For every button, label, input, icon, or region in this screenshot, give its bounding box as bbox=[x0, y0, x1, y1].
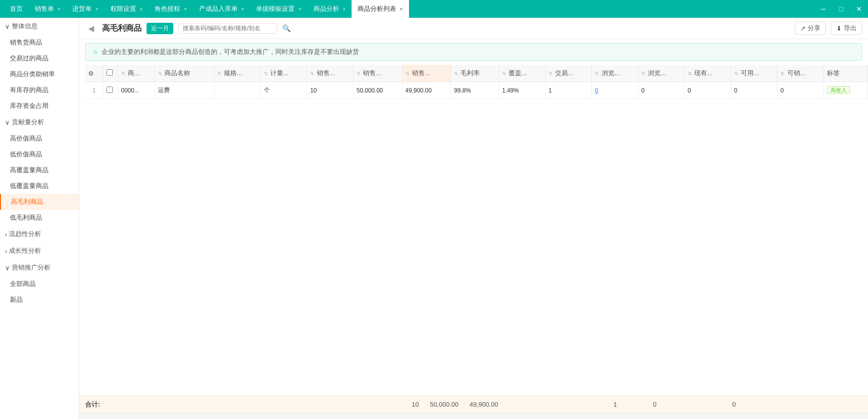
share-button[interactable]: ↗ 分享 bbox=[795, 22, 826, 35]
chevron-down-icon: ∨ bbox=[5, 119, 10, 126]
col-sellable[interactable]: ⇅ 可销... bbox=[777, 65, 824, 82]
row-sales-amount: 50,000.00 bbox=[354, 82, 402, 99]
nav-home[interactable]: 首页 bbox=[4, 0, 29, 18]
nav-close-icon[interactable]: × bbox=[400, 6, 403, 12]
col-unit[interactable]: ⇅ 计量... bbox=[260, 65, 307, 82]
nav-close-icon[interactable]: × bbox=[241, 6, 244, 12]
window-controls: ─ □ ✕ bbox=[815, 0, 868, 18]
table-container[interactable]: ⚙ ⇅ 商... ⇅ 商品名称 bbox=[79, 65, 868, 395]
sidebar-item-sales-goods[interactable]: 销售货商品 bbox=[0, 35, 79, 50]
nav-template-settings[interactable]: 单据模板设置 × bbox=[250, 0, 307, 18]
sidebar-item-traded-goods[interactable]: 交易过的商品 bbox=[0, 50, 79, 66]
sidebar-group-marketing[interactable]: ∨ 营销推广分析 bbox=[0, 259, 79, 276]
col-code[interactable]: ⇅ 商... bbox=[118, 65, 154, 82]
sidebar-group-contribution[interactable]: ∨ 贡献量分析 bbox=[0, 114, 79, 131]
tag-badge: 高收入 bbox=[827, 86, 850, 94]
sidebar-item-high-coverage[interactable]: 高覆盖量商品 bbox=[0, 162, 79, 178]
row-index: 1 bbox=[85, 82, 103, 99]
row-sales-profit: 49,900.00 bbox=[402, 82, 451, 99]
export-button[interactable]: ⬇ 导出 bbox=[831, 22, 862, 35]
sidebar-group-growth[interactable]: › 成长性分析 bbox=[0, 242, 79, 259]
sidebar-item-low-value[interactable]: 低价值商品 bbox=[0, 146, 79, 162]
nav-permission-settings[interactable]: 权限设置 × bbox=[104, 0, 149, 18]
sidebar-item-in-stock[interactable]: 有库存的商品 bbox=[0, 82, 79, 98]
page-title: 高毛利商品 bbox=[102, 23, 142, 34]
footer-label: 合计: bbox=[85, 400, 125, 409]
row-transaction: 1 bbox=[545, 82, 592, 99]
sidebar-collapse-button[interactable]: ◀ bbox=[85, 23, 97, 34]
nav-close-icon[interactable]: × bbox=[184, 6, 187, 12]
row-checkbox-cell[interactable] bbox=[103, 82, 118, 99]
nav-product-inbound[interactable]: 产成品入库单 × bbox=[193, 0, 250, 18]
col-checkbox[interactable] bbox=[103, 65, 118, 82]
row-checkbox[interactable] bbox=[106, 87, 113, 93]
sidebar-item-category-sales-rate[interactable]: 商品分类助销率 bbox=[0, 66, 79, 82]
table-row: 1 0000... 运费 个 10 50,000.00 49,900.00 99… bbox=[85, 82, 868, 99]
sidebar-group-trend[interactable]: › 流趋性分析 bbox=[0, 226, 79, 242]
col-browse2[interactable]: ⇅ 浏览... bbox=[638, 65, 685, 82]
col-current-stock[interactable]: ⇅ 现有... bbox=[684, 65, 731, 82]
row-coverage: 1.49% bbox=[499, 82, 545, 99]
col-browse1[interactable]: ⇅ 浏览... bbox=[592, 65, 638, 82]
nav-purchase-order[interactable]: 进货单 × bbox=[66, 0, 104, 18]
footer-browse1: 0 bbox=[620, 401, 660, 408]
col-name[interactable]: ⇅ 商品名称 bbox=[154, 65, 214, 82]
close-button[interactable]: ✕ bbox=[850, 0, 868, 18]
sidebar-item-stock-capital[interactable]: 库存资金占用 bbox=[0, 98, 79, 114]
search-input[interactable] bbox=[178, 23, 277, 34]
nav-product-analysis[interactable]: 商品分析 × bbox=[307, 0, 352, 18]
row-browse2: 0 bbox=[638, 82, 685, 99]
nav-close-icon[interactable]: × bbox=[343, 6, 346, 12]
sidebar-item-all-goods[interactable]: 全部商品 bbox=[0, 276, 79, 292]
sidebar-item-high-value[interactable]: 高价值商品 bbox=[0, 131, 79, 146]
col-available[interactable]: ⇅ 可用... bbox=[731, 65, 777, 82]
sidebar-item-high-margin[interactable]: 高毛利商品 bbox=[0, 194, 79, 210]
sidebar-group-overall[interactable]: ∨ 整体信息 bbox=[0, 18, 79, 35]
nav-close-icon[interactable]: × bbox=[57, 6, 60, 12]
horizontal-scrollbar[interactable] bbox=[79, 413, 868, 419]
content-area: ◀ 高毛利商品 近一月 🔍 ↗ 分享 ⬇ 导出 ☆ 企业的主要的利润都是这部分商… bbox=[79, 18, 868, 419]
sidebar: ∨ 整体信息 销售货商品 交易过的商品 商品分类助销率 有库存的商品 库存资金占… bbox=[0, 18, 79, 419]
share-icon: ↗ bbox=[800, 25, 806, 32]
row-name: 运费 bbox=[154, 82, 214, 99]
nav-close-icon[interactable]: × bbox=[95, 6, 98, 12]
time-filter-button[interactable]: 近一月 bbox=[147, 23, 173, 34]
nav-close-icon[interactable]: × bbox=[140, 6, 143, 12]
col-sales-profit[interactable]: ⇅ 销售... bbox=[402, 65, 451, 82]
sidebar-item-low-coverage[interactable]: 低覆盖量商品 bbox=[0, 178, 79, 194]
info-banner: ☆ 企业的主要的利润都是这部分商品创造的，可考虑加大推广，同时关注库存是不要出现… bbox=[85, 43, 862, 61]
row-unit: 个 bbox=[260, 82, 307, 99]
sidebar-item-new-products[interactable]: 新品 bbox=[0, 292, 79, 308]
search-button[interactable]: 🔍 bbox=[282, 24, 291, 32]
header-actions: ↗ 分享 ⬇ 导出 bbox=[795, 22, 862, 35]
col-transaction[interactable]: ⇅ 交易... bbox=[545, 65, 592, 82]
row-code: 0000... bbox=[118, 82, 154, 99]
row-sellable: 0 bbox=[777, 82, 824, 99]
row-current-stock: 0 bbox=[684, 82, 731, 99]
content-header: ◀ 高毛利商品 近一月 🔍 ↗ 分享 ⬇ 导出 bbox=[79, 18, 868, 39]
footer-sales-amount: 50,000.00 bbox=[422, 401, 461, 408]
data-table: ⚙ ⇅ 商... ⇅ 商品名称 bbox=[85, 65, 868, 99]
table-header-row: ⚙ ⇅ 商... ⇅ 商品名称 bbox=[85, 65, 868, 82]
sidebar-item-low-margin[interactable]: 低毛利商品 bbox=[0, 210, 79, 226]
col-spec[interactable]: ⇅ 规格... bbox=[214, 65, 260, 82]
nav-role-auth[interactable]: 角色授权 × bbox=[149, 0, 193, 18]
col-gross-margin[interactable]: ⇅ 毛利率 bbox=[451, 65, 499, 82]
maximize-button[interactable]: □ bbox=[832, 0, 850, 18]
col-tag[interactable]: 标签 bbox=[823, 65, 868, 82]
nav-product-analysis-list[interactable]: 商品分析列表 × bbox=[352, 0, 408, 18]
select-all-checkbox[interactable] bbox=[106, 69, 113, 76]
footer-current-stock: 0 bbox=[699, 401, 739, 408]
nav-sales-order[interactable]: 销售单 × bbox=[29, 0, 66, 18]
col-coverage[interactable]: ⇅ 覆盖... bbox=[499, 65, 545, 82]
nav-close-icon[interactable]: × bbox=[298, 6, 301, 12]
col-sales-amount[interactable]: ⇅ 销售... bbox=[354, 65, 402, 82]
footer-bar: 合计: 10 50,000.00 49,900.00 1 0 0 bbox=[79, 395, 868, 413]
col-settings[interactable]: ⚙ bbox=[85, 65, 103, 82]
col-sales-count[interactable]: ⇅ 销售... bbox=[307, 65, 354, 82]
row-browse1[interactable]: 0 bbox=[592, 82, 638, 99]
minimize-button[interactable]: ─ bbox=[815, 0, 832, 18]
top-nav: 首页 销售单 × 进货单 × 权限设置 × 角色授权 × 产成品入库单 × 单据… bbox=[0, 0, 868, 18]
row-tag: 高收入 bbox=[823, 82, 868, 99]
row-gross-margin: 99.8% bbox=[451, 82, 499, 99]
